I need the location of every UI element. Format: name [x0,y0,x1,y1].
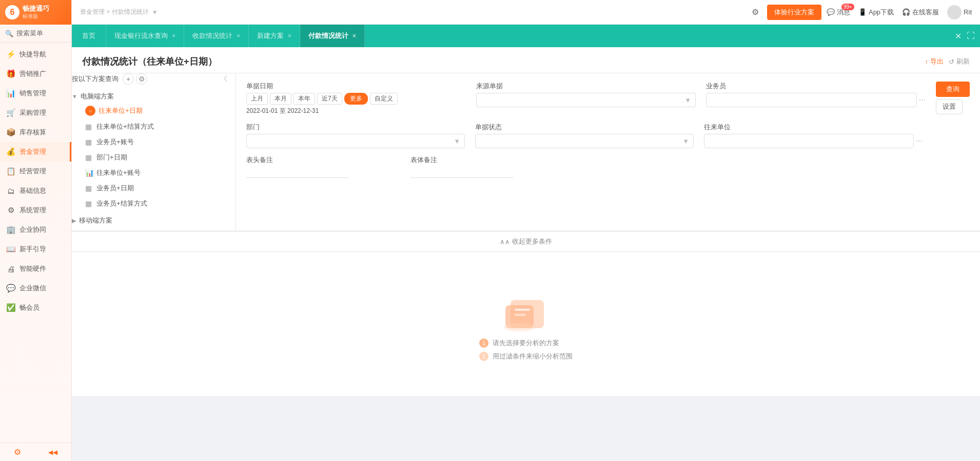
search-menu[interactable]: 🔍 搜索菜单 [0,25,71,43]
form-row-2: 部门 ▼ 单据状态 ▼ [246,123,970,148]
marketing-icon: 🎁 [6,69,15,78]
scheme-item-staff-settle[interactable]: ▦ 业务员+结算方式 [82,196,227,211]
scheme-item-unit-date[interactable]: ○ 往来单位+日期 [82,103,227,118]
empty-state: 1 请先选择要分析的方案 2 用过滤条件来缩小分析范围 [72,252,980,396]
add-scheme-btn[interactable]: + [123,73,134,85]
sidebar-item-inventory[interactable]: 📦 库存核算 [0,123,71,142]
export-btn[interactable]: ↑ 导出 [925,57,944,66]
logo-icon: 6 [5,5,19,19]
collection-stats-tab-close[interactable]: × [237,32,240,39]
sidebar-item-wechat[interactable]: 💬 企业微信 [0,278,71,298]
sidebar-collapse-btn[interactable]: ◀◀ [48,449,57,456]
sidebar-item-marketing[interactable]: 🎁 营销推广 [0,64,71,84]
new-scheme-tab-close[interactable]: × [288,32,291,39]
scheme-item-unit-settle[interactable]: ▦ 往来单位+结算方式 [82,119,227,134]
sidebar-item-vip[interactable]: ✅ 畅会员 [0,298,71,317]
main-content: 资金管理 > 付款情况统计 ▼ ⚙ 体验行业方案 💬 消息 99+ 📱 App下… [72,0,980,461]
scheme-icon: ▦ [85,199,93,208]
sidebar-item-label: 企业微信 [19,284,46,293]
staff-ellipsis-btn[interactable]: ··· [919,95,926,105]
refresh-icon: ↺ [949,58,954,66]
voucher-status-select[interactable]: ▼ [475,134,694,148]
operations-icon: 📋 [6,167,15,176]
table-body-note-input[interactable] [410,167,513,178]
user-area[interactable]: Rit [947,5,972,19]
date-btn-this-month[interactable]: 本月 [270,93,291,105]
online-service-btn[interactable]: 🎧 在线客服 [902,8,939,17]
bank-flow-tab-close[interactable]: × [172,32,175,39]
window-maximize-btn[interactable]: ⛶ [967,31,975,41]
date-btn-7days[interactable]: 近7天 [317,93,342,105]
tab-new-scheme[interactable]: 新建方案 × [249,25,300,47]
refresh-btn[interactable]: ↺ 刷新 [949,57,970,66]
sidebar-item-sales[interactable]: 📊 销售管理 [0,84,71,103]
mobile-arrow-icon: ▶ [72,217,76,224]
table-head-note-label: 表头备注 [246,155,390,165]
staff-select[interactable] [706,93,917,107]
sidebar-item-purchase[interactable]: 🛒 采购管理 [0,103,71,123]
scheme-item-unit-account[interactable]: 📊 往来单位+账号 [82,166,227,180]
sidebar-item-enterprise[interactable]: 🏢 企业协同 [0,220,71,239]
date-btn-this-year[interactable]: 本年 [293,93,315,105]
dept-chevron-icon: ▼ [454,137,460,145]
scheme-icon: ▦ [85,138,93,146]
date-btn-more[interactable]: 更多 [344,93,368,105]
app-download-btn[interactable]: 📱 App下载 [858,8,894,17]
mobile-group-title[interactable]: ▶ 移动端方案 [72,214,227,227]
wechat-icon: 💬 [6,284,15,293]
date-btn-last-month[interactable]: 上月 [246,93,268,105]
svg-rect-4 [515,314,526,316]
trial-industry-btn[interactable]: 体验行业方案 [767,5,821,20]
partner-ellipsis-btn[interactable]: ··· [916,136,923,146]
service-icon: 🎧 [902,8,910,16]
tab-payment-stats[interactable]: 付款情况统计 × [300,25,365,47]
sidebar-item-smart-hw[interactable]: 🖨 智能硬件 [0,259,71,278]
desktop-group-title[interactable]: ▼ 电脑端方案 [72,90,227,103]
sidebar-item-label: 库存核算 [19,128,46,137]
sidebar-item-basic-info[interactable]: 🗂 基础信息 [0,181,71,201]
enterprise-icon: 🏢 [6,225,15,234]
breadcrumb-chevron-icon: ▼ [152,9,158,16]
page-title: 付款情况统计（往来单位+日期） [82,55,217,68]
source-voucher-select[interactable]: ▼ [476,93,696,107]
tab-home[interactable]: 首页 [72,25,106,47]
sidebar-item-quick-nav[interactable]: ⚡ 快捷导航 [0,45,71,64]
sidebar-item-operations[interactable]: 📋 经营管理 [0,162,71,181]
collapse-bar: ∧∧ 收起更多条件 [72,231,980,251]
sidebar-item-guide[interactable]: 📖 新手引导 [0,239,71,259]
dept-select[interactable]: ▼ [246,134,465,148]
collapse-more-btn[interactable]: ∧∧ 收起更多条件 [500,237,552,246]
payment-stats-tab-close[interactable]: × [352,32,356,39]
tab-bank-flow[interactable]: 现金银行流水查询 × [106,25,184,47]
sidebar-item-label: 营销推广 [19,69,46,78]
desktop-scheme-group: ▼ 电脑端方案 ○ 往来单位+日期 ▦ 往来单位+结算方式 [72,90,227,211]
tab-collection-stats[interactable]: 收款情况统计 × [184,25,249,47]
sidebar-item-capital[interactable]: 💰 资金管理 [0,142,71,162]
tip-num-2: 2 [479,352,488,361]
scheme-settings-btn[interactable]: ⚙ [136,73,147,85]
header-actions: ⚙ 体验行业方案 [752,5,821,20]
scheme-collapse-btn[interactable]: 《 [220,74,227,84]
settings-small-btn[interactable]: 设置 [936,99,963,114]
sidebar-item-label: 智能硬件 [19,264,46,273]
query-btn[interactable]: 查询 [936,82,970,97]
voucher-status-field: 单据状态 ▼ [475,123,694,148]
search-icon: 🔍 [5,30,13,37]
table-head-note-input[interactable] [246,167,349,178]
scheme-item-staff-account[interactable]: ▦ 业务员+账号 [82,135,227,149]
date-btn-custom[interactable]: 自定义 [370,93,398,105]
scheme-panel: 按以下方案查询 + ⚙ 《 ▼ [72,73,236,230]
sidebar-item-system[interactable]: ⚙ 系统管理 [0,201,71,220]
sidebar-item-label: 资金管理 [19,147,46,156]
window-close-btn[interactable]: ✕ [955,31,962,41]
scheme-item-dept-date[interactable]: ▦ 部门+日期 [82,150,227,165]
page-header: 付款情况统计（往来单位+日期） ↑ 导出 ↺ 刷新 [72,47,980,73]
sidebar-settings-btn[interactable]: ⚙ [14,447,21,457]
scheme-item-staff-date[interactable]: ▦ 业务员+日期 [82,181,227,195]
messages-btn[interactable]: 💬 消息 99+ [827,8,850,17]
desktop-arrow-icon: ▼ [72,93,77,99]
basic-info-icon: 🗂 [6,186,15,195]
header-settings-btn[interactable]: ⚙ [752,7,759,17]
chart-icon: 📊 [85,169,93,177]
partner-select[interactable] [704,134,914,148]
